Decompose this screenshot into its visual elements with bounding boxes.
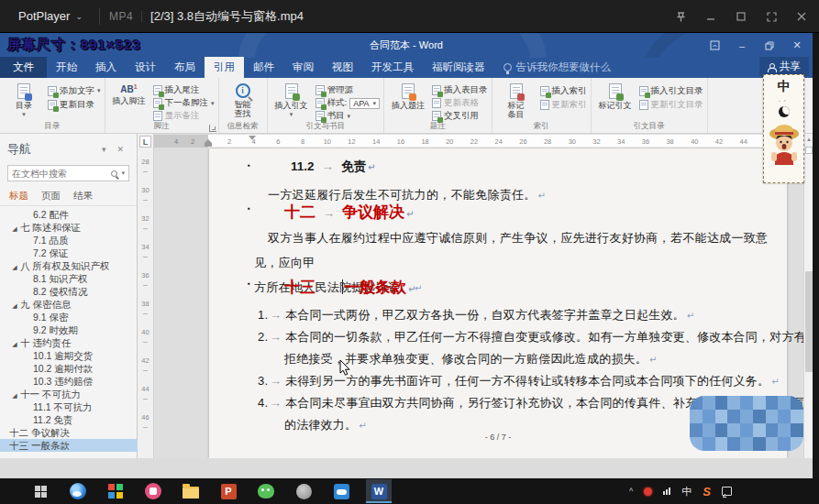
nav-heading-item[interactable]: 6.2 配件 bbox=[0, 208, 138, 221]
ribbon-button-管理源[interactable]: 管理源 bbox=[315, 84, 381, 96]
collapse-triangle-icon[interactable]: ◢ bbox=[9, 389, 20, 400]
tab-布局[interactable]: 布局 bbox=[165, 57, 205, 78]
nav-tab-页面[interactable]: 页面 bbox=[41, 190, 61, 203]
share-button[interactable]: 共享 bbox=[759, 57, 809, 76]
tab-开发工具[interactable]: 开发工具 bbox=[362, 57, 423, 78]
nav-heading-item[interactable]: 10.2 逾期付款 bbox=[0, 362, 138, 375]
ribbon-button-插入引文目录[interactable]: 插入引文目录 bbox=[639, 84, 703, 97]
ime-indicator[interactable]: 中 bbox=[681, 485, 692, 499]
nav-tab-标题[interactable]: 标题 bbox=[9, 190, 28, 203]
potplayer-menu-button[interactable]: PotPlayer ⌄ bbox=[11, 5, 90, 27]
nav-heading-item[interactable]: 9.2 时效期 bbox=[0, 323, 138, 336]
minimize-icon[interactable] bbox=[699, 5, 723, 28]
ruler-toggle-icon[interactable] bbox=[805, 147, 813, 154]
search-icon[interactable] bbox=[111, 170, 117, 177]
wechat-icon[interactable] bbox=[253, 479, 279, 503]
nav-heading-item[interactable]: 8.1 知识产权 bbox=[0, 272, 138, 285]
collapse-triangle-icon[interactable]: ◢ bbox=[9, 223, 20, 234]
nav-options-chevron-icon[interactable]: ▾ bbox=[96, 145, 112, 154]
tab-视图[interactable]: 视图 bbox=[323, 57, 362, 78]
tab-开始[interactable]: 开始 bbox=[47, 57, 86, 78]
tab-设计[interactable]: 设计 bbox=[126, 57, 165, 78]
ribbon-button-插入表目录[interactable]: 插入表目录 bbox=[432, 84, 488, 96]
nav-heading-item[interactable]: 10.3 违约赔偿 bbox=[0, 375, 138, 388]
nav-heading-item[interactable]: 7.2 保证 bbox=[0, 247, 138, 259]
dialog-launcher-icon[interactable] bbox=[209, 125, 216, 132]
nav-heading-item[interactable]: ◢十一 不可抗力 bbox=[0, 388, 138, 400]
maximize-icon[interactable] bbox=[729, 5, 753, 28]
tell-me-box[interactable]: 告诉我你想要做什么 bbox=[494, 57, 621, 78]
first-line-indent-marker[interactable] bbox=[249, 136, 256, 140]
pin-icon[interactable] bbox=[669, 5, 692, 28]
scrollbar-thumb[interactable] bbox=[805, 271, 813, 372]
nav-heading-item[interactable]: ◢九 保密信息 bbox=[0, 298, 138, 311]
tab-文件[interactable]: 文件 bbox=[0, 57, 47, 78]
nav-heading-item[interactable]: 7.1 品质 bbox=[0, 234, 138, 247]
nav-tab-结果[interactable]: 结果 bbox=[73, 190, 93, 203]
tab-selector-box[interactable]: L bbox=[139, 136, 151, 148]
tab-审阅[interactable]: 审阅 bbox=[283, 57, 323, 78]
media-app-icon[interactable] bbox=[140, 479, 166, 503]
search-input[interactable] bbox=[12, 169, 107, 179]
collapse-triangle-icon[interactable]: ◢ bbox=[9, 261, 20, 272]
document-search-box[interactable]: ▾ bbox=[7, 165, 129, 181]
ribbon-button-更新目录[interactable]: 更新目录 bbox=[48, 98, 101, 111]
netdisk-icon[interactable] bbox=[328, 479, 354, 503]
close-icon[interactable]: ✕ bbox=[783, 33, 811, 58]
horizontal-ruler[interactable]: 4224681012141618202224262830323436384042… bbox=[154, 135, 803, 148]
style-combo-box[interactable]: APA ▾ bbox=[349, 98, 380, 109]
nav-heading-item[interactable]: 11.2 免责 bbox=[0, 413, 138, 426]
ribbon-button-插入题注[interactable]: 插入题注 bbox=[388, 81, 428, 122]
nav-heading-item[interactable]: 9.1 保密 bbox=[0, 311, 138, 323]
hanging-indent-marker[interactable] bbox=[205, 143, 212, 147]
ribbon-button-插入脚注[interactable]: AB1插入脚注 bbox=[109, 81, 149, 122]
ribbon-button-插入引文[interactable]: 插入引文▾ bbox=[271, 81, 312, 122]
ribbon-button-插入索引[interactable]: 插入索引 bbox=[540, 84, 587, 97]
ribbon-button-下一条脚注[interactable]: 下一条脚注▾ bbox=[153, 97, 215, 109]
ribbon-button-目录[interactable]: 目录▾ bbox=[4, 81, 44, 122]
restore-icon[interactable] bbox=[756, 33, 783, 58]
ribbon-button-插入尾注[interactable]: 插入尾注 bbox=[153, 84, 215, 96]
nav-heading-item[interactable]: 十三 一般条款 bbox=[0, 439, 138, 452]
nav-close-icon[interactable]: ✕ bbox=[111, 145, 129, 154]
minimize-icon[interactable]: ‒ bbox=[728, 33, 756, 58]
nav-heading-item[interactable]: ◢七 陈述和保证 bbox=[0, 221, 138, 234]
tab-福昕阅读器[interactable]: 福昕阅读器 bbox=[423, 57, 494, 78]
gray-app-icon[interactable] bbox=[291, 479, 316, 503]
close-icon[interactable] bbox=[790, 5, 813, 28]
ribbon-group-信息检索: i智能查找信息检索 bbox=[219, 78, 268, 133]
ribbon-display-options-icon[interactable] bbox=[701, 33, 728, 58]
word-icon[interactable]: W bbox=[366, 479, 392, 503]
app-grid-icon[interactable] bbox=[103, 479, 128, 503]
network-icon[interactable] bbox=[663, 488, 670, 495]
ribbon-button-标记条目[interactable]: 标记条目 bbox=[496, 81, 537, 122]
recording-icon[interactable] bbox=[644, 488, 652, 496]
action-center-icon[interactable] bbox=[722, 487, 732, 496]
nav-heading-item[interactable]: ◢十 违约责任 bbox=[0, 336, 138, 349]
fullscreen-icon[interactable] bbox=[759, 5, 783, 28]
start-icon[interactable] bbox=[28, 479, 53, 503]
collapse-triangle-icon[interactable]: ◢ bbox=[9, 300, 20, 311]
tray-expand-icon[interactable]: ^ bbox=[629, 487, 633, 496]
ribbon-button-标记引文[interactable]: 标记引文 bbox=[595, 81, 636, 122]
search-dropdown-icon[interactable]: ▾ bbox=[121, 170, 125, 177]
nav-heading-item[interactable]: 11.1 不可抗力 bbox=[0, 400, 138, 413]
browser-icon[interactable] bbox=[65, 479, 91, 503]
vertical-ruler[interactable]: L 28303234363840424446 bbox=[138, 134, 154, 458]
vertical-scrollbar[interactable]: ▲ bbox=[803, 134, 813, 458]
nav-heading-item[interactable]: 10.1 逾期交货 bbox=[0, 349, 138, 362]
ribbon-button-样式[interactable]: 样式:APA ▾ bbox=[315, 97, 381, 109]
tab-插入[interactable]: 插入 bbox=[86, 57, 126, 78]
ribbon-button-智能查找[interactable]: i智能查找 bbox=[223, 81, 263, 122]
powerpoint-icon[interactable]: P bbox=[216, 479, 241, 503]
nav-heading-item[interactable]: 8.2 侵权情况 bbox=[0, 285, 138, 298]
file-explorer-icon[interactable] bbox=[178, 479, 204, 503]
tab-邮件[interactable]: 邮件 bbox=[244, 57, 283, 78]
ribbon-button-添加文字[interactable]: 添加文字▾ bbox=[48, 84, 101, 97]
nav-heading-item[interactable]: ◢八 所有权及知识产权 bbox=[0, 259, 138, 272]
nav-heading-item[interactable]: 十二 争议解决 bbox=[0, 426, 138, 439]
tab-引用[interactable]: 引用 bbox=[205, 57, 244, 78]
collapse-triangle-icon[interactable]: ◢ bbox=[9, 338, 20, 349]
sogou-icon[interactable]: S bbox=[703, 485, 711, 499]
selected-picture-object[interactable]: 中 、。 bbox=[763, 74, 804, 183]
